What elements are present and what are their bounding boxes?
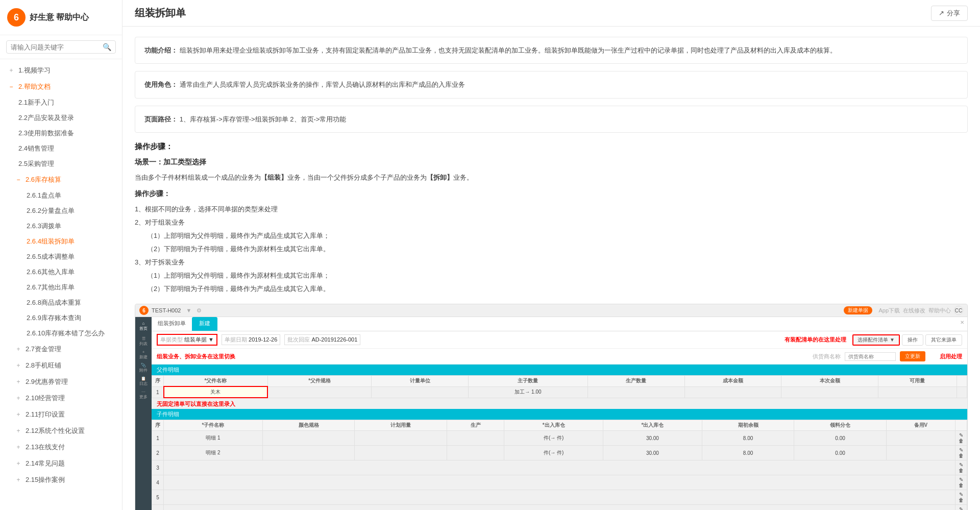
expand-icon-2-6: − xyxy=(14,176,22,184)
annotation3: 无固定清单可以直接在这里录入 xyxy=(157,401,235,407)
child-section-header: 子件明细 xyxy=(152,409,967,420)
nav-label-2-11: 2.11打印设置 xyxy=(26,410,115,419)
sidebar-item-2-1[interactable]: 2.1新手入门 xyxy=(0,95,122,110)
child-mat-2: 0.00 xyxy=(794,446,887,460)
child-init-1: 8.00 xyxy=(702,431,794,446)
child-op-3: ✎ 🗑 xyxy=(955,460,967,475)
child-col-10 xyxy=(955,420,967,431)
step-3: 3、对于拆装业务 xyxy=(135,256,968,269)
child-wh2-1: 30.00 xyxy=(603,431,702,446)
share-icon: ↗ xyxy=(939,9,944,17)
nav-sub-label-2-6-6: 2.6.6其他入库单 xyxy=(27,268,75,277)
sidebar-item-2-4[interactable]: 2.4销售管理 xyxy=(0,141,122,156)
child-empty-3 xyxy=(164,460,955,475)
child-op-5: ✎ 🗑 xyxy=(955,490,967,505)
sidebar-item-2-12[interactable]: + 2.12系统个性化设置 xyxy=(0,423,122,439)
search-input[interactable] xyxy=(11,43,103,51)
supplier-input[interactable] xyxy=(845,352,896,361)
child-table: 序 *子件名称 颜色规格 计划用量 生产 *出入库仓 *出入库仓 期初余额 领料… xyxy=(152,420,967,510)
child-col-1: *子件名称 xyxy=(164,420,263,431)
field-type[interactable]: 单据类型 组装单据 ▼ xyxy=(157,334,217,346)
sidebar-item-2-11[interactable]: + 2.11打印设置 xyxy=(0,406,122,423)
expand-icon-2-13: + xyxy=(14,443,22,451)
expand-icon-2-9: + xyxy=(14,378,22,386)
new-doc-btn[interactable]: 新建单据 xyxy=(844,306,872,314)
table-row: 2 明细 2 件(→ 件) 30.00 8.00 0.00 ✎ 🗑 xyxy=(152,446,967,460)
sidebar-item-2-6-1[interactable]: 2.6.1盘点单 xyxy=(0,188,122,203)
sidebar-item-2-2[interactable]: 2.2产品安装及登录 xyxy=(0,110,122,126)
child-spec-1 xyxy=(262,431,355,446)
app-left-strip: ⌂首页 ☰列表 +新建 📎附件 📋日志 ⋯更多 xyxy=(135,317,152,510)
table-row: 6 ✎ 🗑 xyxy=(152,505,967,510)
child-mat-1: 0.00 xyxy=(794,431,887,446)
sidebar-item-2-13[interactable]: + 2.13在线支付 xyxy=(0,439,122,455)
share-button[interactable]: ↗ 分享 xyxy=(931,6,968,21)
tab-list[interactable]: 组装拆卸单 xyxy=(152,317,192,331)
sidebar-item-2-6-8[interactable]: 2.6.8商品成本重算 xyxy=(0,295,122,310)
child-wh1-2: 件(→ 件) xyxy=(504,446,603,460)
sidebar-item-2-6-10[interactable]: 2.6.10库存账本错了怎么办 xyxy=(0,326,122,341)
field-date[interactable]: 单据日期 2019-12-26 xyxy=(222,334,280,345)
sidebar-item-2-6-5[interactable]: 2.6.5成本调整单 xyxy=(0,249,122,264)
sidebar-item-2-6-2[interactable]: 2.6.2分量盘点单 xyxy=(0,203,122,218)
expand-icon-2: − xyxy=(7,83,15,91)
sidebar-item-2-6-7[interactable]: 2.6.7其他出库单 xyxy=(0,280,122,295)
sidebar-item-2-6-3[interactable]: 2.6.3调拨单 xyxy=(0,218,122,234)
cell-name[interactable]: 关木 xyxy=(164,386,268,398)
role-text: 通常由生产人员或库管人员完成拆装业务的操作，库管人员确认原材料的出库和产成品的入… xyxy=(180,81,465,88)
sidebar-item-2-15[interactable]: + 2.15操作案例 xyxy=(0,472,122,488)
app-nav-attach[interactable]: 📎附件 xyxy=(139,363,148,373)
app-nav-home[interactable]: ⌂首页 xyxy=(139,321,148,331)
table-row: 5 ✎ 🗑 xyxy=(152,490,967,505)
sidebar-item-2-10[interactable]: + 2.10经营管理 xyxy=(0,390,122,406)
expand-icon-2-14: + xyxy=(14,459,22,468)
sidebar-item-1[interactable]: + 1.视频学习 xyxy=(0,62,122,79)
ops-btn2[interactable]: 其它来源单 xyxy=(925,334,962,346)
share-label: 分享 xyxy=(947,9,960,18)
nav-sub-label-2-3: 2.3使用前数据准备 xyxy=(18,129,74,138)
nav-label-2-10: 2.10经营管理 xyxy=(26,394,115,403)
child-col-9: 备用V xyxy=(886,420,955,431)
content-body: 功能介绍： 组装拆卸单用来处理企业组装或拆卸等加工业务，支持有固定装配清单的产品… xyxy=(122,27,980,510)
expand-icon-2-12: + xyxy=(14,427,22,435)
search-wrap[interactable]: 🔍 xyxy=(6,40,116,54)
app-nav-log[interactable]: 📋日志 xyxy=(139,376,148,386)
sidebar-item-2-8[interactable]: + 2.8手机旺铺 xyxy=(0,357,122,374)
app-nav-list[interactable]: ☰列表 xyxy=(139,336,148,347)
nav-sub-label-2-1: 2.1新手入门 xyxy=(18,98,54,107)
nav-sub-label-2-6-8: 2.6.8商品成本重算 xyxy=(27,298,81,307)
ops-btn1[interactable]: 操作 xyxy=(902,334,923,346)
cell-avail xyxy=(878,386,957,398)
logo-area: 6 好生意 帮助中心 xyxy=(0,0,122,35)
screenshot-container: 6 TEST-H002 ▼ ⚙ 新建单据 App下载 在线修改 帮助中心 CC … xyxy=(135,304,968,510)
app-nav-more[interactable]: ⋯更多 xyxy=(139,390,148,400)
sidebar-item-2-6-4[interactable]: 2.6.4组装拆卸单 xyxy=(0,234,122,249)
close-tab-icon[interactable]: ✕ xyxy=(957,317,967,331)
sidebar-item-2-9[interactable]: + 2.9优惠券管理 xyxy=(0,374,122,390)
sidebar-item-2-6[interactable]: − 2.6库存核算 xyxy=(0,172,122,188)
field-type-value: 组装单据 ▼ xyxy=(184,336,214,343)
steps-title: 操作步骤： xyxy=(135,142,968,152)
child-col-2: 颜色规格 xyxy=(262,420,355,431)
app-nav-new[interactable]: +新建 xyxy=(139,350,148,360)
select-bom-btn[interactable]: 选择配件清单 ▼ xyxy=(852,334,900,346)
step-2: 2、对于组装业务 xyxy=(135,216,968,229)
nav-label-2-7: 2.7资金管理 xyxy=(26,345,115,354)
sidebar-item-2-5[interactable]: 2.5采购管理 xyxy=(0,156,122,172)
nav-sub-label-2-4: 2.4销售管理 xyxy=(18,144,54,153)
role-block: 使用角色： 通常由生产人员或库管人员完成拆装业务的操作，库管人员确认原材料的出库… xyxy=(135,71,968,98)
sidebar-item-2-6-9[interactable]: 2.6.9库存账本查询 xyxy=(0,310,122,326)
sidebar-item-2-6-6[interactable]: 2.6.6其他入库单 xyxy=(0,264,122,280)
col-header-1: *父件名称 xyxy=(164,376,268,387)
step-2-2: （2）下部明细为子件明细，最终作为原材料生成其它出库单。 xyxy=(135,242,968,256)
sidebar-item-2[interactable]: − 2.帮助文档 xyxy=(0,79,122,95)
app-main-area: 组装拆卸单 新建 ✕ 单据类型 组装单据 ▼ 单据日期 2019 xyxy=(152,317,967,510)
confirm-btn[interactable]: 立更新 xyxy=(900,351,925,361)
sidebar-item-2-14[interactable]: + 2.14常见问题 xyxy=(0,455,122,472)
sidebar-item-2-7[interactable]: + 2.7资金管理 xyxy=(0,341,122,357)
steps-list: 1、根据不同的业务，选择不同单据的类型来处理 2、对于组装业务 （1）上部明细为… xyxy=(135,203,968,296)
path-label: 页面路径： xyxy=(144,115,178,123)
child-col-4: 生产 xyxy=(447,420,504,431)
tab-new[interactable]: 新建 xyxy=(192,317,217,331)
sidebar-item-2-3[interactable]: 2.3使用前数据准备 xyxy=(0,126,122,141)
